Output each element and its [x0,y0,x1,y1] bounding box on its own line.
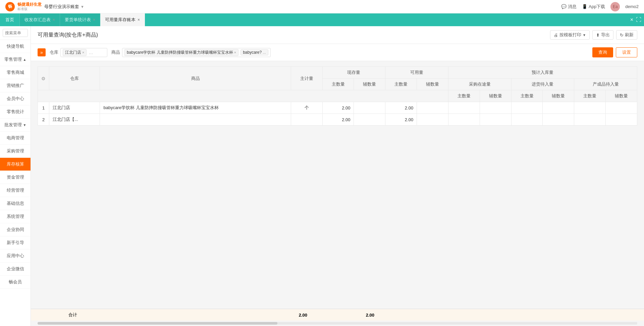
table-row: 2 江北门店【... 2.00 2.00 [38,114,637,126]
column-settings-icon[interactable]: ⚙ [41,76,46,81]
sidebar-item-diansahng[interactable]: 电商管理 [0,132,31,145]
th-purchase-transit: 采购在途量 [448,79,511,90]
cell-avail-main-2: 2.00 [385,114,417,126]
sidebar-item-yingyong[interactable]: 应用中心 [0,249,31,263]
sidebar-item-caigou[interactable]: 采购管理 [0,145,31,158]
company-selector[interactable]: 母婴行业演示账套 ▼ [44,4,84,10]
th-current-main: 主数量 [322,79,354,90]
lingshou-arrow-icon: ▲ [23,58,26,61]
page-header-actions: 🖨 按模板打印 ▼ ⬆ 导出 ↻ 刷新 [550,30,637,44]
sidebar-search-area [0,26,31,40]
sidebar-item-jingying[interactable]: 经营管理 [0,184,31,197]
top-bar-right: 💬 消息 📱 App下载 Ea demo2 [561,2,639,11]
product-tag-0-close-icon[interactable]: × [234,50,236,54]
tab-shoufacun[interactable]: 收发存汇总表 × [20,13,60,26]
warehouse-ellipsis: … [89,50,93,55]
scroll-track[interactable] [38,322,637,325]
sidebar-item-yingxiao[interactable]: 营销推广 [0,79,31,92]
th-inbound-pending: 进货待入量 [511,79,574,90]
sidebar-item-huiyuan[interactable]: 会员中心 [0,92,31,105]
warehouse-tag: 江北门店 × [63,49,87,56]
app-logo: 畅 [5,2,15,11]
tab-bar: 首页 收发存汇总表 × 要货单统计表 × 可用量库存账本 × × ⛶ [0,13,644,26]
th-available: 可用量 [385,67,448,79]
th-available-aux: 辅数量 [417,79,448,90]
warehouse-label: 仓库 [50,49,58,55]
sidebar-item-jichu[interactable]: 基础信息 [0,197,31,210]
cell-avail-aux-1 [417,102,448,114]
product-tag-container[interactable]: babycare学饮杯 儿童防摔防撞吸管杯重力球吸嘴杯宝宝水杯 × babyca… [122,48,271,57]
filter-bar: » 仓库 江北门店 × … 商品 babycare学饮杯 儿童防摔防撞吸管杯重力… [31,44,644,61]
sidebar-item-lingshou[interactable]: 零售管理 ▲ [0,53,31,66]
page-title: 可用量查询(按仓库+商品) [38,32,98,43]
cell-prod-main-2 [574,114,606,126]
product-more-indicator: ... [263,50,266,55]
warehouse-tag-container[interactable]: 江北门店 × … [60,48,107,57]
settings-btn[interactable]: 设置 [616,47,637,57]
search-input[interactable] [3,29,28,37]
version-label: 标准版 [17,7,42,11]
cell-warehouse-2: 江北门店【... [49,114,100,126]
close-shoufacun-icon[interactable]: × [53,17,55,22]
sidebar-item-xinshou[interactable]: 新手引导 [0,236,31,249]
th-purchase-aux-label: 辅数量 [480,90,511,102]
sidebar-item-kuaijie[interactable]: 快捷导航 [0,40,31,53]
download-icon: 📱 [582,4,587,9]
cell-pur-main-1 [448,102,480,114]
close-yaohuo-icon[interactable]: × [93,17,95,22]
refresh-icon: ↻ [620,33,624,38]
sidebar-item-changhyuan[interactable]: 畅会员 [0,276,31,289]
message-btn[interactable]: 💬 消息 [561,4,577,10]
app-download-btn[interactable]: 📱 App下载 [582,4,605,10]
avatar[interactable]: Ea [610,2,620,11]
th-current-aux: 辅数量 [354,79,385,90]
tab-fullscreen-icon[interactable]: ⛶ [636,17,641,23]
th-prod-aux-label: 辅数量 [606,90,637,102]
cell-curr-main-2: 2.00 [322,114,354,126]
scroll-thumb[interactable] [38,322,277,325]
tab-close-all-icon[interactable]: × [630,17,633,23]
sidebar-item-xitong[interactable]: 系统管理 [0,210,31,223]
sidebar-item-qiyeweixin[interactable]: 企业微信 [0,263,31,276]
cell-product-2 [100,114,291,126]
product-label: 商品 [111,49,120,55]
export-btn[interactable]: ⬆ 导出 [592,30,613,40]
th-product: 商品 [100,67,291,90]
sidebar-item-lingshotongji[interactable]: 零售统计 [0,105,31,119]
cell-curr-aux-1 [354,102,385,114]
message-icon: 💬 [561,4,567,9]
expand-filter-btn[interactable]: » [38,48,46,56]
tab-home[interactable]: 首页 [0,13,20,26]
refresh-btn[interactable]: ↻ 刷新 [616,30,637,40]
query-btn[interactable]: 查询 [592,47,613,57]
sidebar-item-qiye[interactable]: 企业协同 [0,223,31,236]
cell-curr-aux-2 [354,114,385,126]
tab-controls: × ⛶ [628,17,644,23]
warehouse-filter-group: 仓库 江北门店 × … [50,48,107,57]
pifa-arrow-icon: ▼ [23,123,26,127]
close-keyongliang-icon[interactable]: × [138,17,140,22]
template-arrow-icon: ▼ [583,33,586,37]
cell-prod-main-1 [574,102,606,114]
product-filter-group: 商品 babycare学饮杯 儿童防摔防撞吸管杯重力球吸嘴杯宝宝水杯 × bab… [111,48,271,57]
sidebar: 快捷导航 零售管理 ▲ 零售商城 营销推广 会员中心 零售统计 批发管理 ▼ 电… [0,26,31,326]
th-production-pending: 产成品待入量 [574,79,637,90]
footer-label: 合计 [68,312,136,318]
template-print-btn[interactable]: 🖨 按模板打印 ▼ [550,30,590,40]
top-bar: 畅 畅捷通好生意 标准版 母婴行业演示账套 ▼ 💬 消息 📱 App下载 Ea … [0,0,644,13]
main-layout: 快捷导航 零售管理 ▲ 零售商城 营销推广 会员中心 零售统计 批发管理 ▼ 电… [0,26,644,326]
sidebar-item-pifa[interactable]: 批发管理 ▼ [0,119,31,132]
sidebar-item-zijin[interactable]: 资金管理 [0,171,31,184]
tab-keyongliang[interactable]: 可用量库存账本 × [100,13,145,26]
warehouse-tag-close-icon[interactable]: × [82,50,84,54]
th-main-unit: 主计量 [291,67,322,90]
sidebar-item-lingshoshangcheng[interactable]: 零售商城 [0,66,31,79]
export-icon: ⬆ [596,33,600,38]
tab-yaohuo[interactable]: 要货单统计表 × [60,13,100,26]
cell-pur-aux-1 [480,102,511,114]
sidebar-item-kucun[interactable]: 库存核算 [0,158,31,171]
cell-index-1: 1 [38,102,49,114]
cell-inb-aux-1 [543,102,574,114]
th-purchase-main [38,90,448,102]
cell-inb-aux-2 [543,114,574,126]
